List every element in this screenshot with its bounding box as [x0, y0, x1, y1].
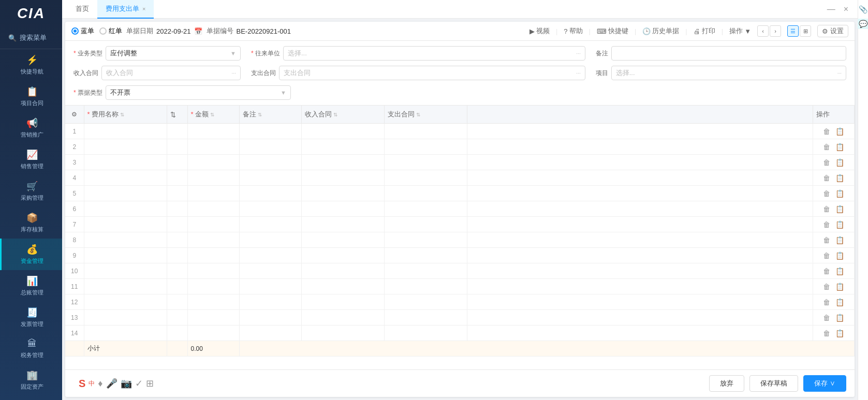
row-expense-contract[interactable] [384, 279, 467, 294]
save-button[interactable]: 保存 ∨ [803, 375, 846, 392]
income-contract-dots[interactable]: ··· [232, 70, 236, 76]
row-delete-btn[interactable]: 🗑 [821, 143, 832, 151]
row-expense-name[interactable] [84, 310, 167, 325]
row-delete-btn[interactable]: 🗑 [821, 158, 832, 167]
row-sort[interactable] [167, 279, 187, 294]
row-amount[interactable] [187, 217, 239, 232]
row-sort[interactable] [167, 263, 187, 279]
row-income-contract[interactable] [301, 294, 384, 310]
sidebar-item-sales[interactable]: 📈 销售管理 [0, 144, 62, 175]
row-delete-btn[interactable]: 🗑 [821, 174, 832, 182]
row-copy-btn[interactable]: 📋 [834, 158, 846, 167]
save-draft-button[interactable]: 保存草稿 [749, 375, 798, 392]
project-dots[interactable]: ··· [837, 70, 842, 76]
row-note[interactable] [239, 310, 301, 325]
footer-icon-grid[interactable]: ⊞ [146, 378, 154, 389]
row-note[interactable] [239, 294, 301, 310]
row-income-contract[interactable] [301, 124, 384, 139]
row-copy-btn[interactable]: 📋 [834, 174, 846, 182]
row-extra[interactable] [467, 279, 813, 294]
view-grid-btn[interactable]: ⊞ [800, 25, 811, 37]
row-expense-contract[interactable] [384, 124, 467, 139]
row-extra[interactable] [467, 294, 813, 310]
row-extra[interactable] [467, 155, 813, 170]
row-expense-contract[interactable] [384, 248, 467, 263]
row-amount[interactable] [187, 279, 239, 294]
sidebar-item-invoice[interactable]: 🧾 发票管理 [0, 302, 62, 333]
row-amount[interactable] [187, 186, 239, 201]
business-type-input[interactable]: 应付调整 ▼ [106, 46, 241, 61]
row-income-contract[interactable] [301, 201, 384, 217]
sidebar-item-purchase[interactable]: 🛒 采购管理 [0, 175, 62, 207]
row-income-contract[interactable] [301, 248, 384, 263]
row-note[interactable] [239, 217, 301, 232]
row-expense-name[interactable] [84, 155, 167, 170]
row-copy-btn[interactable]: 📋 [834, 298, 846, 306]
row-delete-btn[interactable]: 🗑 [821, 267, 832, 275]
row-sort[interactable] [167, 186, 187, 201]
row-delete-btn[interactable]: 🗑 [821, 298, 832, 306]
row-copy-btn[interactable]: 📋 [834, 143, 846, 151]
row-expense-contract[interactable] [384, 232, 467, 248]
sort-icon-income[interactable]: ⇅ [333, 112, 337, 117]
row-income-contract[interactable] [301, 325, 384, 341]
row-expense-contract[interactable] [384, 186, 467, 201]
sidebar-item-inventory[interactable]: 📦 库存核算 [0, 207, 62, 239]
row-expense-contract[interactable] [384, 155, 467, 170]
radio-blue[interactable]: 蓝单 [71, 26, 94, 36]
row-copy-btn[interactable]: 📋 [834, 127, 846, 136]
sidebar-item-fixed-assets[interactable]: 🏢 固定资产 [0, 364, 62, 396]
sidebar-item-accounting[interactable]: 📊 总账管理 [0, 270, 62, 302]
row-income-contract[interactable] [301, 217, 384, 232]
row-delete-btn[interactable]: 🗑 [821, 283, 832, 291]
shortcuts-action[interactable]: ⌨ 快捷键 [597, 26, 628, 36]
expense-contract-dots[interactable]: ··· [576, 70, 580, 76]
row-amount[interactable] [187, 232, 239, 248]
row-copy-btn[interactable]: 📋 [834, 251, 846, 260]
sort-icon-note[interactable]: ⇅ [258, 112, 262, 117]
row-note[interactable] [239, 139, 301, 155]
row-amount[interactable] [187, 170, 239, 186]
row-delete-btn[interactable]: 🗑 [821, 236, 832, 244]
row-delete-btn[interactable]: 🗑 [821, 314, 832, 322]
row-delete-btn[interactable]: 🗑 [821, 329, 832, 337]
video-action[interactable]: ▶ 视频 [529, 26, 550, 36]
row-delete-btn[interactable]: 🗑 [821, 189, 832, 198]
footer-icon-s[interactable]: S [79, 378, 85, 390]
row-sort[interactable] [167, 325, 187, 341]
row-copy-btn[interactable]: 📋 [834, 189, 846, 198]
row-note[interactable] [239, 263, 301, 279]
window-close-btn[interactable]: × [840, 5, 852, 14]
row-copy-btn[interactable]: 📋 [834, 283, 846, 291]
partner-input[interactable]: 选择... ··· [283, 46, 585, 61]
row-note[interactable] [239, 232, 301, 248]
row-sort[interactable] [167, 248, 187, 263]
row-income-contract[interactable] [301, 155, 384, 170]
row-sort[interactable] [167, 155, 187, 170]
row-sort[interactable] [167, 232, 187, 248]
sidebar-item-marketing[interactable]: 📢 营销推广 [0, 112, 62, 144]
row-expense-name[interactable] [84, 170, 167, 186]
row-income-contract[interactable] [301, 310, 384, 325]
row-copy-btn[interactable]: 📋 [834, 220, 846, 229]
date-value[interactable]: 2022-09-21 [156, 27, 191, 35]
row-expense-name[interactable] [84, 217, 167, 232]
row-note[interactable] [239, 279, 301, 294]
footer-icon-check[interactable]: ✓ [135, 378, 143, 389]
row-expense-contract[interactable] [384, 217, 467, 232]
row-copy-btn[interactable]: 📋 [834, 329, 846, 337]
row-expense-contract[interactable] [384, 294, 467, 310]
row-income-contract[interactable] [301, 139, 384, 155]
row-amount[interactable] [187, 325, 239, 341]
history-action[interactable]: 🕒 历史单据 [642, 26, 679, 36]
footer-icon-zh[interactable]: 中 [89, 379, 95, 388]
print-action[interactable]: 🖨 打印 [694, 26, 715, 36]
row-expense-name[interactable] [84, 248, 167, 263]
row-income-contract[interactable] [301, 232, 384, 248]
col-header-config[interactable]: ⚙ [65, 106, 84, 124]
row-note[interactable] [239, 155, 301, 170]
bill-type-input[interactable]: 不开票 ▼ [106, 85, 291, 100]
view-list-btn[interactable]: ☰ [787, 25, 799, 37]
sidebar-item-tax[interactable]: 🏛 税务管理 [0, 333, 62, 364]
row-note[interactable] [239, 248, 301, 263]
